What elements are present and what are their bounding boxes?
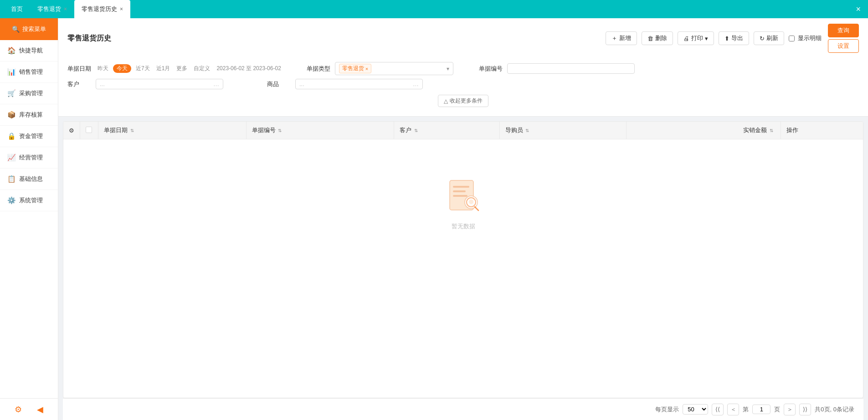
bill-type-tag-close[interactable]: ×: [365, 66, 368, 72]
page-first-button[interactable]: ⟨⟨: [712, 404, 724, 415]
th-amount-label: 实销金额: [743, 127, 767, 133]
window-close-button[interactable]: ×: [848, 5, 868, 14]
th-action: 操作: [781, 122, 863, 139]
query-button[interactable]: 查询: [828, 24, 859, 37]
th-bill-date[interactable]: 单据日期 ⇅: [98, 122, 247, 139]
date-today[interactable]: 今天: [113, 64, 131, 73]
sidebar-item-operations-mgmt[interactable]: 📈 经营管理: [0, 147, 58, 169]
sidebar-item-quick-nav[interactable]: 🏠 快捷导航: [0, 40, 58, 61]
show-detail-checkbox-label[interactable]: 显示明细: [789, 34, 822, 42]
table-area: ⚙ 单据日期 ⇅ 单据编号 ⇅: [63, 121, 863, 398]
tab-retail-return-label: 零售退货: [37, 5, 61, 13]
basic-info-icon: 📋: [7, 175, 15, 183]
th-customer-label: 客户: [400, 127, 411, 133]
sort-amount-icon: ⇅: [770, 128, 773, 133]
sort-bill-date-icon: ⇅: [130, 128, 134, 133]
page-last-button[interactable]: ⟩⟩: [799, 404, 811, 415]
page-number-input[interactable]: [752, 405, 770, 414]
bill-number-filter: 单据编号: [479, 63, 635, 74]
select-all-checkbox[interactable]: [86, 127, 92, 133]
show-detail-checkbox[interactable]: [789, 36, 795, 41]
filter-row-2: 客户 ... … 商品 ... …: [67, 79, 859, 89]
date-filter-label: 单据日期: [67, 65, 93, 73]
settings-bottom-icon[interactable]: ⚙: [15, 405, 22, 415]
page-word: 第: [743, 405, 749, 414]
pagination-bar: 每页显示 50 100 200 ⟨⟨ ＜ 第 页 ＞ ⟩⟩ 共0页, 0条记录: [63, 398, 863, 420]
customer-placeholder: ...: [100, 81, 105, 87]
th-bill-number-label: 单据编号: [252, 127, 276, 133]
tab-retail-return-history[interactable]: 零售退货历史 ×: [74, 0, 130, 18]
finance-icon: 🔒: [7, 132, 15, 140]
nav-item-basic-info-label: 基础信息: [19, 175, 43, 183]
delete-label: 删除: [655, 34, 667, 42]
th-amount[interactable]: 实销金额 ⇅: [626, 122, 781, 139]
filter-row-1: 单据日期 昨天 今天 近7天 近1月 更多 自定义 2023-06-02 至 2…: [67, 62, 859, 75]
sidebar-search[interactable]: 🔍 搜索菜单: [0, 18, 58, 40]
bill-type-select[interactable]: 零售退货 × ▾: [335, 62, 453, 75]
th-guide[interactable]: 导购员 ⇅: [499, 122, 626, 139]
export-button[interactable]: ⬆ 导出: [719, 31, 749, 45]
goods-select[interactable]: ... …: [295, 79, 423, 89]
th-bill-number[interactable]: 单据编号 ⇅: [246, 122, 394, 139]
date-yesterday[interactable]: 昨天: [96, 64, 110, 73]
collapse-row: △ 收起更多条件: [67, 93, 859, 113]
bill-type-label: 单据类型: [307, 65, 332, 73]
nav-item-purchase-label: 采购管理: [19, 89, 43, 97]
date-last7[interactable]: 近7天: [134, 64, 152, 73]
bill-number-input[interactable]: [507, 63, 635, 74]
per-page-select[interactable]: 50 100 200: [683, 404, 708, 415]
toolbar: ＋ 新增 🗑 删除 🖨 打印 ▾ ⬆ 导出: [606, 24, 859, 53]
tab-retail-return[interactable]: 零售退货 ×: [30, 0, 74, 18]
bill-type-tag-text: 零售退货: [342, 65, 364, 72]
svg-point-7: [469, 200, 473, 204]
date-filter: 单据日期 昨天 今天 近7天 近1月 更多 自定义 2023-06-02 至 2…: [67, 64, 281, 73]
date-custom[interactable]: 自定义: [192, 64, 212, 73]
main-layout: 🔍 搜索菜单 🏠 快捷导航 📊 销售管理 🛒 采购管理 📦 库存核算 🔒: [0, 18, 868, 420]
date-more[interactable]: 更多: [175, 64, 189, 73]
nav-item-system-label: 系统管理: [19, 196, 43, 205]
page-prev-button[interactable]: ＜: [727, 404, 739, 415]
th-customer[interactable]: 客户 ⇅: [394, 122, 499, 139]
add-label: 新增: [619, 34, 631, 42]
setting-button[interactable]: 设置: [828, 39, 859, 53]
page-next-button[interactable]: ＞: [784, 404, 796, 415]
total-label: 共0页, 0条记录: [815, 405, 854, 414]
tab-home[interactable]: 首页: [4, 0, 30, 18]
nav-item-sales-label: 销售管理: [19, 68, 43, 76]
goods-label: 商品: [267, 80, 293, 88]
add-button[interactable]: ＋ 新增: [606, 31, 637, 45]
delete-icon: 🗑: [647, 35, 653, 42]
nav-item-quick-nav-label: 快捷导航: [19, 46, 43, 55]
sidebar-item-sales-mgmt[interactable]: 📊 销售管理: [0, 61, 58, 83]
tab-retail-return-history-label: 零售退货历史: [82, 5, 117, 13]
th-settings[interactable]: ⚙: [63, 122, 80, 139]
customer-select[interactable]: ... …: [96, 79, 223, 89]
refresh-label: 刷新: [766, 34, 778, 42]
collapse-up-icon: △: [444, 98, 448, 104]
collapse-button[interactable]: △ 收起更多条件: [438, 95, 488, 107]
empty-text: 暂无数据: [452, 222, 475, 230]
delete-button[interactable]: 🗑 删除: [642, 31, 673, 45]
sidebar: 🔍 搜索菜单 🏠 快捷导航 📊 销售管理 🛒 采购管理 📦 库存核算 🔒: [0, 18, 58, 420]
goods-placeholder: ...: [299, 81, 304, 87]
th-bill-date-label: 单据日期: [104, 127, 128, 133]
date-last-month[interactable]: 近1月: [154, 64, 172, 73]
print-button[interactable]: 🖨 打印 ▾: [678, 31, 714, 45]
date-shortcuts: 昨天 今天 近7天 近1月 更多 自定义: [96, 64, 212, 73]
toggle-sidebar-icon[interactable]: ◀: [37, 405, 43, 415]
export-icon: ⬆: [724, 35, 729, 42]
sort-bill-number-icon: ⇅: [278, 128, 282, 133]
bill-number-label: 单据编号: [479, 65, 504, 73]
sidebar-item-inventory[interactable]: 📦 库存核算: [0, 104, 58, 126]
svg-rect-2: [453, 190, 466, 192]
sidebar-item-system-mgmt[interactable]: ⚙️ 系统管理: [0, 190, 58, 211]
tab-retail-return-close[interactable]: ×: [64, 6, 67, 12]
tab-retail-return-history-close[interactable]: ×: [120, 6, 123, 12]
sidebar-item-basic-info[interactable]: 📋 基础信息: [0, 169, 58, 190]
sidebar-item-finance-mgmt[interactable]: 🔒 资金管理: [0, 126, 58, 147]
sidebar-item-purchase-mgmt[interactable]: 🛒 采购管理: [0, 83, 58, 104]
sidebar-nav: 🏠 快捷导航 📊 销售管理 🛒 采购管理 📦 库存核算 🔒 资金管理 📈: [0, 40, 58, 398]
collapse-label: 收起更多条件: [450, 97, 483, 105]
refresh-button[interactable]: ↻ 刷新: [754, 31, 784, 45]
top-bar: 首页 零售退货 × 零售退货历史 × ×: [0, 0, 868, 18]
